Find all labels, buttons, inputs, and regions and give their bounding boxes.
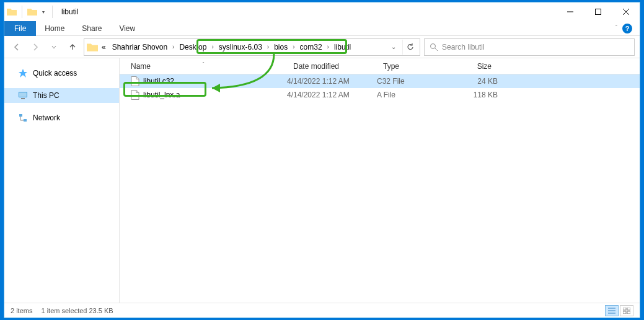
ribbon: File Home Share View ˇ ?: [4, 21, 640, 36]
svg-line-5: [435, 48, 438, 51]
file-row[interactable]: libutil_lnx.a 4/14/2022 1:12 AM A File 1…: [120, 88, 640, 102]
file-icon: [131, 76, 139, 86]
window-title: libutil: [61, 7, 78, 16]
chevron-right-icon[interactable]: ›: [266, 43, 270, 50]
sidebar-item-this-pc[interactable]: This PC: [4, 88, 119, 103]
chevron-right-icon[interactable]: ›: [326, 43, 330, 50]
svg-point-4: [431, 43, 436, 48]
sidebar-item-quick-access[interactable]: Quick access: [9, 66, 114, 81]
file-name: libutil_lnx.a: [143, 91, 180, 99]
forward-button[interactable]: [28, 40, 43, 55]
breadcrumb-item[interactable]: bios: [271, 41, 290, 53]
sidebar-item-network[interactable]: Network: [9, 110, 114, 125]
minimize-button[interactable]: [556, 2, 584, 21]
sidebar-item-label: Network: [33, 113, 60, 122]
details-icon: [608, 308, 615, 314]
column-name[interactable]: ˆ Name: [120, 62, 287, 71]
column-date[interactable]: Date modified: [287, 62, 377, 71]
qat-dropdown[interactable]: ▾: [40, 7, 47, 17]
content-area: Quick access This PC Network ˆ Name Date…: [4, 58, 640, 303]
column-headers: ˆ Name Date modified Type Size: [120, 58, 640, 74]
folder-small-icon[interactable]: [27, 7, 37, 16]
maximize-button[interactable]: [584, 2, 612, 21]
network-icon: [18, 113, 28, 123]
status-bar: 2 items 1 item selected 23.5 KB: [4, 303, 640, 318]
refresh-button[interactable]: [402, 40, 417, 55]
file-row[interactable]: libutil.c32 4/14/2022 1:12 AM C32 File 2…: [120, 74, 640, 88]
svg-rect-16: [623, 311, 626, 314]
close-button[interactable]: [612, 2, 640, 21]
view-icons-button[interactable]: [620, 305, 633, 316]
divider: [52, 6, 53, 18]
column-size[interactable]: Size: [448, 62, 498, 71]
folder-icon: [87, 42, 98, 52]
help-icon[interactable]: ?: [622, 24, 632, 33]
file-date: 4/14/2022 1:12 AM: [287, 77, 377, 86]
address-bar: « Shahriar Shovon › Desktop › syslinux-6…: [4, 36, 640, 58]
status-selection: 1 item selected 23.5 KB: [41, 307, 113, 314]
file-icon: [131, 90, 139, 100]
search-placeholder: Search libutil: [442, 43, 485, 51]
pc-icon: [18, 91, 28, 100]
svg-rect-10: [24, 119, 27, 122]
window-controls: [556, 2, 640, 21]
titlebar: ▾ libutil: [4, 2, 640, 21]
view-tab[interactable]: View: [110, 22, 144, 35]
divider: [22, 6, 22, 18]
search-box[interactable]: Search libutil: [424, 38, 635, 56]
chevron-right-icon[interactable]: ›: [210, 43, 214, 50]
icons-icon: [623, 308, 630, 314]
svg-rect-1: [595, 9, 601, 15]
status-count: 2 items: [11, 307, 32, 314]
chevron-right-icon[interactable]: ›: [171, 43, 175, 50]
file-date: 4/14/2022 1:12 AM: [287, 91, 377, 99]
svg-rect-15: [627, 308, 630, 310]
file-size: 118 KB: [448, 91, 498, 99]
back-button[interactable]: [9, 40, 24, 55]
quick-access-toolbar: ▾ libutil: [4, 6, 81, 18]
sidebar-item-label: This PC: [33, 91, 60, 100]
svg-rect-8: [21, 98, 25, 99]
column-type[interactable]: Type: [377, 62, 448, 71]
breadcrumb-item[interactable]: Shahriar Shovon: [110, 41, 170, 53]
file-tab[interactable]: File: [4, 21, 36, 36]
svg-rect-14: [623, 308, 626, 310]
file-list: ˆ Name Date modified Type Size libutil.c…: [120, 58, 640, 303]
file-size: 24 KB: [448, 77, 498, 86]
navigation-pane: Quick access This PC Network: [4, 58, 120, 303]
sidebar-item-label: Quick access: [33, 69, 77, 78]
breadcrumb-item[interactable]: Desktop: [177, 41, 209, 53]
ribbon-expand-icon[interactable]: ˇ: [615, 25, 617, 32]
breadcrumb-item[interactable]: com32: [298, 41, 325, 53]
folder-icon: [7, 7, 17, 16]
breadcrumb-bar[interactable]: « Shahriar Shovon › Desktop › syslinux-6…: [84, 38, 420, 56]
breadcrumb-item[interactable]: libutil: [332, 41, 353, 53]
file-name: libutil.c32: [143, 77, 174, 86]
breadcrumb-item[interactable]: syslinux-6.03: [216, 41, 265, 53]
file-type: C32 File: [377, 77, 448, 86]
search-icon: [430, 43, 438, 51]
breadcrumb-prefix[interactable]: «: [99, 41, 108, 53]
home-tab[interactable]: Home: [36, 22, 73, 35]
file-type: A File: [377, 91, 448, 99]
svg-rect-17: [627, 311, 630, 314]
up-button[interactable]: [65, 40, 80, 55]
share-tab[interactable]: Share: [73, 22, 110, 35]
explorer-window: ▾ libutil File Home Share View ˇ ? « Sha…: [4, 2, 640, 318]
sort-indicator-icon: ˆ: [203, 61, 205, 66]
svg-rect-9: [19, 114, 22, 117]
recent-dropdown[interactable]: [46, 40, 61, 55]
view-details-button[interactable]: [605, 305, 619, 316]
address-dropdown[interactable]: ⌄: [390, 43, 397, 50]
chevron-right-icon[interactable]: ›: [291, 43, 296, 50]
star-icon: [18, 68, 28, 78]
svg-rect-7: [19, 92, 27, 97]
